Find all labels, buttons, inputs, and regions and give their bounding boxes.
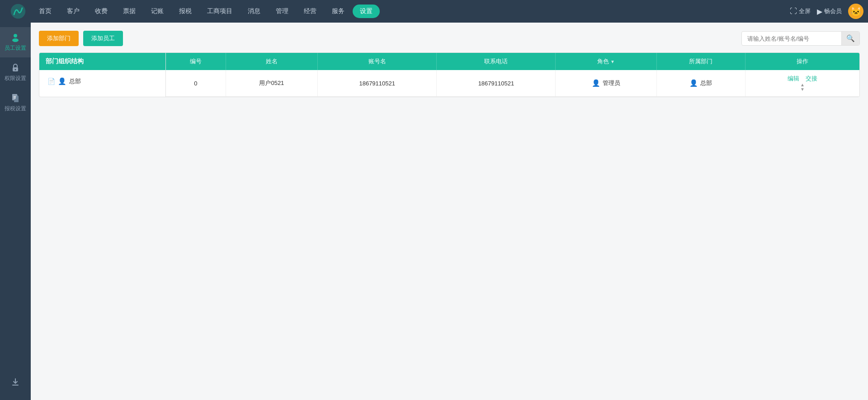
- sidebar: 员工设置 权限设置 报税设置: [0, 23, 31, 400]
- scroll-arrows[interactable]: ▲▼: [752, 83, 853, 92]
- main-layout: 员工设置 权限设置 报税设置: [0, 23, 868, 400]
- add-employee-button[interactable]: 添加员工: [83, 31, 123, 46]
- sidebar-employee-label: 员工设置: [5, 44, 26, 52]
- sidebar-item-tax-settings[interactable]: 报税设置: [0, 88, 31, 118]
- search-input[interactable]: [742, 33, 841, 45]
- dept-cell-icon: 👤: [689, 79, 698, 87]
- employee-table: 编号 姓名 账号名 联系电话 角色 ▼ 所属部门 操作: [166, 53, 859, 97]
- search-button[interactable]: 🔍: [841, 32, 859, 45]
- vip-label: 畅会员: [824, 7, 842, 15]
- sidebar-tax-settings-label: 报税设置: [5, 105, 26, 113]
- dept-tree-header: 部门组织结构: [39, 53, 165, 70]
- cell-id: 0: [166, 70, 226, 97]
- nav-business[interactable]: 工商项目: [200, 5, 240, 18]
- file-tax-icon: [10, 93, 20, 103]
- table-header-row: 编号 姓名 账号名 联系电话 角色 ▼ 所属部门 操作: [166, 53, 859, 70]
- col-actions: 操作: [745, 53, 859, 70]
- sidebar-item-permissions[interactable]: 权限设置: [0, 57, 31, 88]
- dept-item-general[interactable]: 📄 👤 总部: [44, 75, 161, 88]
- vip-button[interactable]: ▶ 畅会员: [817, 7, 842, 16]
- table-row: 0 用户0521 18679110521 18679110521 👤 管理员: [166, 70, 859, 97]
- nav-message[interactable]: 消息: [241, 5, 268, 18]
- nav-ticket[interactable]: 票据: [116, 5, 143, 18]
- lock-icon: [10, 63, 20, 73]
- nav-operation[interactable]: 经营: [297, 5, 324, 18]
- toolbar: 添加部门 添加员工 🔍: [39, 31, 860, 46]
- filter-icon: ▼: [610, 59, 615, 64]
- nav-settings[interactable]: 设置: [353, 5, 380, 18]
- sidebar-download[interactable]: [0, 372, 31, 393]
- role-value: 管理员: [603, 79, 620, 87]
- search-box: 🔍: [741, 31, 860, 46]
- dept-item-label: 总部: [69, 77, 81, 85]
- download-icon: [10, 377, 20, 387]
- col-name: 姓名: [226, 53, 318, 70]
- dept-tree: 部门组织结构 📄 👤 总部: [39, 53, 166, 97]
- dept-tree-body: 📄 👤 总部: [39, 70, 165, 93]
- cell-role: 👤 管理员: [556, 70, 656, 97]
- nav-right: ⛶ 全屏 ▶ 畅会员 🐱: [790, 4, 863, 19]
- col-role-label: 角色: [597, 57, 609, 66]
- nav-bookkeeping[interactable]: 记账: [144, 5, 171, 18]
- dept-value: 总部: [700, 79, 712, 87]
- person-icon: [10, 33, 20, 42]
- avatar[interactable]: 🐱: [848, 4, 863, 19]
- nav-customer[interactable]: 客户: [60, 5, 87, 18]
- cell-name: 用户0521: [226, 70, 318, 97]
- add-dept-button[interactable]: 添加部门: [39, 31, 79, 46]
- sidebar-item-employee[interactable]: 员工设置: [0, 27, 31, 57]
- col-dept: 所属部门: [656, 53, 745, 70]
- emp-table-area: 编号 姓名 账号名 联系电话 角色 ▼ 所属部门 操作: [166, 53, 859, 97]
- svg-point-1: [14, 34, 17, 38]
- nav-service[interactable]: 服务: [325, 5, 352, 18]
- col-role[interactable]: 角色 ▼: [556, 53, 656, 70]
- nav-items: 首页 客户 收费 票据 记账 报税 工商项目 消息 管理 经营 服务 设置: [32, 5, 790, 18]
- sidebar-bottom: [0, 372, 31, 400]
- col-account: 账号名: [318, 53, 437, 70]
- nav-tax[interactable]: 报税: [172, 5, 199, 18]
- nav-home[interactable]: 首页: [32, 5, 59, 18]
- cell-actions: 编辑 交接 ▲▼: [745, 70, 859, 97]
- edit-link[interactable]: 编辑: [788, 75, 799, 82]
- fullscreen-label: 全屏: [799, 7, 811, 15]
- col-phone: 联系电话: [437, 53, 556, 70]
- cell-account: 18679110521: [318, 70, 437, 97]
- nav-manage[interactable]: 管理: [269, 5, 296, 18]
- dept-user-icon: 👤: [58, 77, 66, 85]
- role-user-icon: 👤: [592, 79, 600, 87]
- svg-point-4: [15, 69, 16, 71]
- svg-rect-9: [12, 385, 19, 386]
- sidebar-permissions-label: 权限设置: [5, 75, 26, 82]
- svg-point-2: [12, 38, 19, 42]
- content-area: 添加部门 添加员工 🔍 部门组织结构 📄 👤 总部: [31, 23, 868, 400]
- col-id: 编号: [166, 53, 226, 70]
- logo: [5, 3, 32, 19]
- top-nav: 首页 客户 收费 票据 记账 报税 工商项目 消息 管理 经营 服务 设置 ⛶ …: [0, 0, 868, 23]
- dept-file-icon: 📄: [47, 78, 55, 85]
- cell-dept: 👤 总部: [656, 70, 745, 97]
- role-filter[interactable]: 角色 ▼: [597, 57, 615, 66]
- employee-section: 部门组织结构 📄 👤 总部 编号 姓名 账号名: [39, 52, 860, 97]
- nav-fee[interactable]: 收费: [88, 5, 115, 18]
- transfer-link[interactable]: 交接: [806, 75, 817, 82]
- cell-phone: 18679110521: [437, 70, 556, 97]
- logo-icon: [10, 3, 26, 19]
- fullscreen-button[interactable]: ⛶ 全屏: [790, 7, 811, 15]
